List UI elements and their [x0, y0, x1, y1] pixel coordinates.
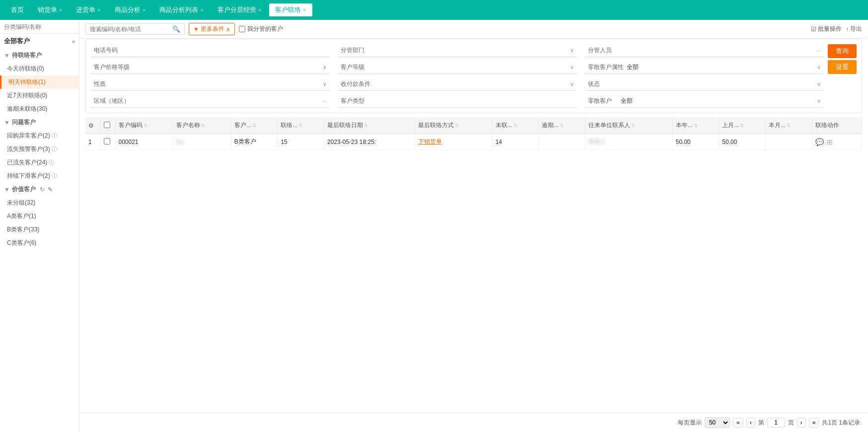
last-contact-method-link[interactable]: 下销货单: [418, 138, 442, 145]
nav-purchase-order[interactable]: 进货单 ×: [70, 3, 106, 16]
sidebar-item-tomorrow-contact[interactable]: 明天待联络(1): [0, 75, 79, 89]
filter-region-more-icon[interactable]: ···: [322, 98, 327, 104]
sidebar-problem-customers-title[interactable]: ▼ 问题客户: [0, 116, 79, 129]
filter-customer-grade-arrow-icon[interactable]: ∨: [570, 64, 574, 71]
close-customer-layered-icon[interactable]: ×: [258, 7, 261, 13]
filter-retail-customer-arrow-icon[interactable]: ∨: [817, 98, 821, 104]
nav-customer-contact[interactable]: 客户联络 ×: [269, 3, 312, 16]
my-customers-checkbox[interactable]: [239, 26, 245, 32]
edit-value-icon[interactable]: ✎: [48, 186, 53, 193]
info-icon-declining[interactable]: ⓘ: [52, 172, 57, 180]
filter-retail-attr-arrow-icon[interactable]: ∨: [817, 64, 821, 71]
sidebar-item-7days-contact[interactable]: 近7天待联络(0): [0, 89, 79, 102]
batch-operation-btn[interactable]: ☑ 批量操作: [811, 25, 842, 33]
select-all-checkbox[interactable]: [104, 122, 110, 128]
close-purchase-order-icon[interactable]: ×: [97, 7, 100, 13]
sort-overdue-icon[interactable]: ⇅: [560, 123, 564, 128]
filter-dept-input[interactable]: [373, 47, 568, 54]
cell-last-contact-date: 2023-05-23 18:25:: [324, 134, 415, 150]
sort-contact-person-icon[interactable]: ⇅: [631, 123, 635, 128]
sidebar-item-churned[interactable]: 已流失客户(24) ⓘ: [0, 156, 79, 169]
filter-panel: 电话号码 分管部门 ∨ 分管人员 ···: [85, 39, 862, 113]
filter-status-arrow-icon[interactable]: ∨: [817, 81, 821, 87]
sidebar-pending-contact-title[interactable]: ▼ 待联络客户: [0, 49, 79, 62]
info-icon-repurchase[interactable]: ⓘ: [52, 132, 57, 140]
filter-payment-arrow-icon[interactable]: ∨: [570, 81, 574, 87]
filter-price-grade-input[interactable]: [133, 64, 321, 71]
filter-more-btn[interactable]: ▼ 更多条件 ∧: [189, 23, 235, 35]
filter-payment: 收付款条件 ∨: [338, 78, 577, 91]
export-btn[interactable]: ↑ 导出: [846, 25, 862, 33]
close-customer-contact-icon[interactable]: ×: [303, 7, 306, 13]
col-checkbox[interactable]: [100, 117, 115, 134]
next-page-btn[interactable]: ›: [797, 418, 806, 428]
nav-sales-order[interactable]: 销货单 ×: [32, 3, 68, 16]
filter-customer-type-input[interactable]: [373, 98, 574, 105]
filter-nature-input[interactable]: [127, 81, 321, 88]
my-customers-checkbox-label[interactable]: 我分管的客户: [239, 25, 283, 33]
sidebar-item-churn-warning[interactable]: 流失预警客户(3) ⓘ: [0, 143, 79, 156]
sidebar-item-repurchase-abnormal[interactable]: 回购异常客户(2) ⓘ: [0, 129, 79, 143]
last-page-btn[interactable]: »: [809, 418, 819, 428]
sort-this-year-icon[interactable]: ⇅: [694, 123, 698, 128]
sidebar-item-ungrouped[interactable]: 未分组(32): [0, 196, 79, 210]
first-page-btn[interactable]: «: [733, 418, 743, 428]
sort-code-icon[interactable]: ⇅: [144, 123, 147, 128]
filter-status-input[interactable]: [621, 81, 815, 88]
search-button-icon[interactable]: 🔍: [172, 25, 180, 33]
sort-last-method-icon[interactable]: ⇅: [455, 123, 459, 128]
filter-nature-arrow-icon[interactable]: ∨: [323, 81, 327, 87]
sort-name-icon[interactable]: ⇅: [201, 123, 205, 128]
sidebar-item-overdue-contact[interactable]: 逾期未联络(30): [0, 102, 79, 116]
filter-dept-arrow-icon[interactable]: ∨: [570, 47, 574, 54]
row-checkbox[interactable]: [104, 138, 110, 144]
sort-last-date-icon[interactable]: ⇅: [364, 123, 368, 128]
filter-retail-customer-input[interactable]: [621, 98, 815, 105]
filter-person-input[interactable]: [621, 47, 814, 54]
sort-contact-count-icon[interactable]: ⇅: [298, 123, 302, 128]
sidebar-all-customers[interactable]: 全部客户 «: [0, 34, 79, 49]
filter-retail-attr-input[interactable]: [627, 64, 815, 71]
sidebar-item-class-a[interactable]: A类客户(1): [0, 210, 79, 223]
per-page-select[interactable]: 50 100 200: [705, 417, 730, 428]
cell-uncontact: 14: [492, 134, 539, 150]
info-icon-churn-warning[interactable]: ⓘ: [52, 145, 57, 153]
sidebar-value-customers-title[interactable]: ▼ 价值客户 ↻ ✎: [0, 183, 79, 196]
filter-phone-input[interactable]: [127, 47, 327, 54]
close-product-analysis-icon[interactable]: ×: [143, 7, 145, 13]
grid-action-icon[interactable]: ⊞: [827, 138, 833, 146]
search-input[interactable]: [90, 26, 172, 33]
close-sales-order-icon[interactable]: ×: [59, 7, 62, 13]
page-number-input[interactable]: [767, 418, 785, 428]
nav-home[interactable]: 首页: [5, 3, 30, 16]
info-icon-churned[interactable]: ⓘ: [49, 159, 54, 166]
filter-price-grade-arrow-icon[interactable]: ∨: [323, 64, 327, 71]
cell-last-contact-method[interactable]: 下销货单: [415, 134, 492, 150]
nav-customer-layered[interactable]: 客户分层经营 ×: [212, 3, 267, 16]
reset-button[interactable]: 设置: [828, 60, 857, 74]
nav-product-analysis[interactable]: 商品分析 ×: [109, 3, 151, 16]
sidebar-item-class-b[interactable]: B类客户(33): [0, 223, 79, 236]
close-product-analysis-list-icon[interactable]: ×: [200, 7, 203, 13]
cell-name[interactable]: Ea: [173, 134, 231, 150]
sidebar-item-today-contact[interactable]: 今天待联络(0): [0, 62, 79, 75]
sidebar-search-input[interactable]: [4, 23, 78, 30]
filter-customer-grade-input[interactable]: [373, 64, 568, 71]
sort-uncontact-icon[interactable]: ⇅: [513, 123, 517, 128]
refresh-value-icon[interactable]: ↻: [40, 186, 45, 193]
sidebar-item-declining[interactable]: 持续下滑客户(2) ⓘ: [0, 169, 79, 183]
sort-last-month-icon[interactable]: ⇅: [740, 123, 744, 128]
filter-payment-input[interactable]: [373, 81, 568, 88]
filter-person-more-icon[interactable]: ···: [816, 48, 821, 54]
chat-action-icon[interactable]: 💬: [815, 138, 824, 146]
nav-product-analysis-list[interactable]: 商品分析列表 ×: [153, 3, 209, 16]
query-button[interactable]: 查询: [828, 44, 857, 58]
sort-this-month-icon[interactable]: ⇅: [787, 123, 791, 128]
sidebar-item-class-c[interactable]: C类客户(6): [0, 236, 79, 250]
col-settings[interactable]: ⚙: [85, 117, 100, 134]
prev-page-btn[interactable]: ‹: [746, 418, 755, 428]
cell-checkbox[interactable]: [100, 134, 115, 150]
filter-region-input[interactable]: [133, 98, 320, 105]
sort-category-icon[interactable]: ⇅: [252, 123, 256, 128]
toolbar: 🔍 ▼ 更多条件 ∧ 我分管的客户 ☑ 批量操作 ↑ 导出: [79, 20, 868, 39]
